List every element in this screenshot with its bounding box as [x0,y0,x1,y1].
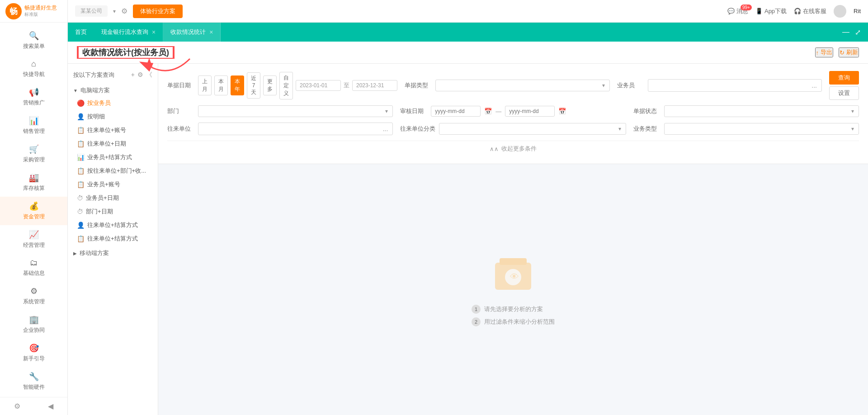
export-btn[interactable]: ↑ 导出 [815,47,834,57]
scheme-item-label: 业务员+账号 [87,180,120,189]
audit-from-input[interactable] [431,106,481,117]
date-btn-custom[interactable]: 自定义 [279,72,293,99]
partner-more-btn[interactable]: ... [383,125,388,132]
scheme-item-dept-date[interactable]: ⏱ 部门+日期 [71,205,158,218]
partner-category-label: 往来单位分类 [400,125,435,133]
sidebar-settings-btn[interactable]: ⚙ [14,402,20,410]
scheme-group-mobile-header[interactable]: ▶ 移动端方案 [68,247,158,259]
audit-date-label: 审核日期 [400,107,427,115]
audit-date-separator: — [495,108,501,115]
sidebar-item-basic[interactable]: 🗂 基础信息 [0,254,67,282]
sidebar-item-marketing[interactable]: 📢 营销推广 [0,83,67,111]
sidebar-item-inventory[interactable]: 🏭 库存核算 [0,168,67,197]
scheme-item-unit-account[interactable]: 📋 往来单位+账号 [71,123,158,137]
scheme-item-staff-account[interactable]: 📋 业务员+账号 [71,178,158,191]
chevron-down-icon: ▾ [618,126,621,132]
staff-more-btn[interactable]: ... [811,82,817,89]
sidebar-item-sales[interactable]: 📊 销售管理 [0,111,67,140]
panel-collapse-btn[interactable]: 《 [146,71,152,79]
sales-icon: 📊 [29,116,39,126]
scheme-list-pc: 🔴 按业务员 👤 按明细 📋 往来单位+账号 [68,96,158,245]
settings-button[interactable]: 设置 [829,86,859,100]
scheme-icon: ⏱ [77,208,83,215]
tab-bank-close[interactable]: × [152,28,156,36]
svg-text:👁: 👁 [510,272,519,282]
collapse-bar[interactable]: ∧∧ 收起更多条件 [167,141,859,156]
staff-input[interactable]: ... [648,79,822,92]
avatar[interactable] [834,5,846,18]
date-btn-last-7[interactable]: 近7天 [247,72,260,99]
date-btn-this-year[interactable]: 本年 [231,75,244,95]
scheme-item-unit-method2[interactable]: 📋 往来单位+结算方式 [71,232,158,245]
sidebar-item-guide[interactable]: 🎯 新手引导 [0,339,67,367]
inventory-icon: 🏭 [29,173,39,183]
sidebar-footer: ⚙ ◀ [0,397,67,415]
scheme-icon: 📋 [77,181,85,188]
query-button[interactable]: 查询 [829,71,859,85]
sidebar-item-label: 智能硬件 [23,383,45,391]
voucher-type-label: 单据类型 [405,81,432,90]
scheme-item-staff-method[interactable]: 📊 业务员+结算方式 [71,151,158,164]
scheme-item-by-staff[interactable]: 🔴 按业务员 [71,96,158,110]
date-btn-more[interactable]: 更多 [263,75,277,95]
online-service-btn[interactable]: 🎧 在线客服 [794,7,826,15]
tab-collection[interactable]: 收款情况统计 × [163,23,221,42]
tabs-right: — ⤢ [842,28,868,37]
add-scheme-btn[interactable]: + [131,71,135,79]
scheme-item-by-detail[interactable]: 👤 按明细 [71,110,158,123]
sidebar-item-enterprise[interactable]: 🏢 企业协同 [0,310,67,339]
tab-home[interactable]: 首页 [68,28,94,36]
chevron-down-icon: ▾ [385,108,388,114]
scheme-item-label: 业务员+日期 [86,194,119,202]
tab-bank[interactable]: 现金银行流水查询 × [94,23,163,42]
sidebar-item-system[interactable]: ⚙ 系统管理 [0,282,67,310]
dropdown-icon[interactable]: ▾ [113,8,116,14]
scheme-item-unit-date[interactable]: 📋 往来单位+日期 [71,137,158,151]
refresh-label: 刷新 [846,48,858,57]
date-btn-this-month[interactable]: 本月 [214,75,228,95]
voucher-type-select[interactable]: ▾ [435,80,610,91]
date-btn-last-month[interactable]: 上月 [198,75,212,95]
sidebar-item-finance[interactable]: 💰 资金管理 [0,197,67,225]
refresh-btn[interactable]: ↻ 刷新 [839,47,859,57]
sidebar-item-hardware[interactable]: 🔧 智能硬件 [0,367,67,396]
tab-close-btn[interactable]: — [842,28,849,36]
scheme-item-unit-method1[interactable]: 👤 往来单位+结算方式 [71,218,158,232]
sidebar-item-label: 采购管理 [23,156,45,164]
scheme-settings-btn[interactable]: ⚙ [137,71,143,79]
business-type-select[interactable]: ▾ [664,123,859,135]
date-options: 上月 本月 本年 近7天 更多 自定义 至 [198,72,397,99]
header-right: 💬 消息 99+ 📱 App下载 🎧 在线客服 Rit [727,5,861,18]
partner-category-select[interactable]: ▾ [439,123,626,135]
partner-input[interactable]: ... [198,123,393,135]
empty-step-1: 1 请先选择要分析的方案 [472,305,555,314]
calendar-icon-2[interactable]: 📅 [558,108,566,115]
sidebar-item-search[interactable]: 🔍 搜索菜单 [0,26,67,55]
voucher-status-select[interactable]: ▾ [664,105,859,117]
sidebar-item-operation[interactable]: 📈 经营管理 [0,225,67,254]
sidebar-collapse-btn[interactable]: ◀ [48,402,53,410]
date-to-input[interactable] [352,80,397,91]
message-icon: 💬 [727,8,735,14]
header-settings-icon[interactable]: ⚙ [121,7,127,15]
scheme-group-mobile: ▶ 移动端方案 [68,247,158,259]
audit-to-input[interactable] [505,106,555,117]
sidebar: 畅 畅捷通好生意 标准版 🔍 搜索菜单 ⌂ 快捷导航 📢 营销推广 📊 销 [0,0,68,415]
tab-collection-close[interactable]: × [209,28,213,36]
app-download-btn[interactable]: 📱 App下载 [755,7,787,15]
dept-select[interactable]: ▾ [198,105,393,117]
date-separator: 至 [344,81,349,90]
scheme-group-pc-header[interactable]: ▼ 电脑端方案 [68,85,158,96]
scheme-item-unit-dept[interactable]: 📋 按往来单位+部门+收... [71,164,158,178]
scheme-item-label: 按往来单位+部门+收... [87,167,146,175]
trial-button[interactable]: 体验行业方案 [133,5,183,18]
date-from-input[interactable] [296,80,341,91]
calendar-icon[interactable]: 📅 [484,108,492,115]
sidebar-item-purchase[interactable]: 🛒 采购管理 [0,140,67,168]
message-btn[interactable]: 💬 消息 99+ [727,7,748,15]
tab-maximize-btn[interactable]: ⤢ [855,28,861,37]
dept-label: 部门 [167,107,194,115]
scheme-active-icon: 🔴 [77,99,85,107]
scheme-item-staff-date[interactable]: ⏱ 业务员+日期 [71,191,158,205]
sidebar-item-quicknav[interactable]: ⌂ 快捷导航 [0,55,67,83]
